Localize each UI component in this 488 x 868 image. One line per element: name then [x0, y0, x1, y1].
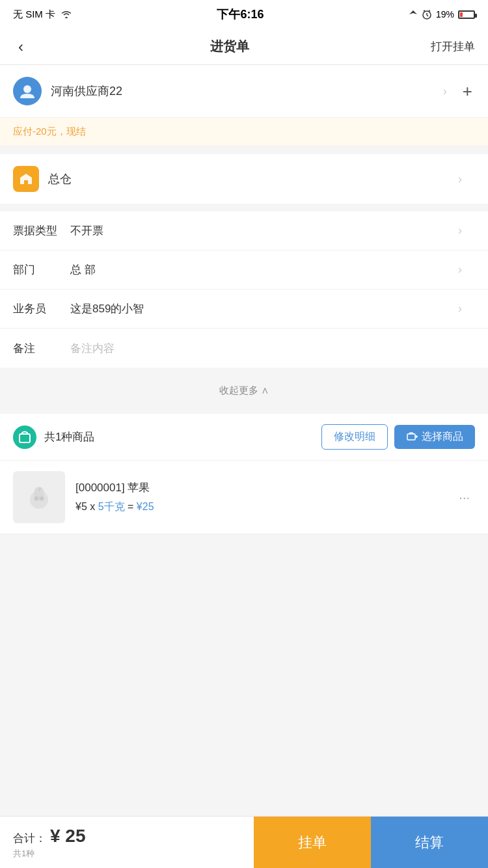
product-thumbnail: [13, 471, 65, 523]
warehouse-name: 总仓: [48, 171, 458, 187]
status-time: 下午6:16: [217, 7, 264, 22]
dept-chevron-icon: ›: [458, 263, 462, 277]
product-qty: 5千克: [98, 501, 125, 512]
dept-value: 总 部: [65, 262, 458, 277]
sales-value: 这是859的小智: [65, 301, 458, 316]
supplier-chevron-icon: ›: [443, 85, 447, 98]
svg-line-3: [424, 10, 425, 11]
products-count: 共1种商品: [44, 429, 321, 444]
open-hang-button[interactable]: 打开挂单: [431, 39, 475, 54]
content: 河南供应商22 › + 应付-20元，现结 总仓 › 票据类型 不开票 › 部门…: [0, 65, 488, 586]
nav-bar: ‹ 进货单 打开挂单: [0, 29, 488, 65]
invoice-value: 不开票: [65, 223, 458, 238]
collapse-label[interactable]: 收起更多 ∧: [219, 385, 269, 397]
warehouse-icon: [13, 166, 39, 192]
svg-line-4: [429, 10, 430, 11]
product-code: [0000001]: [75, 481, 125, 494]
hang-button[interactable]: 挂单: [254, 817, 371, 869]
svg-point-5: [23, 85, 31, 93]
product-name: [0000001] 苹果: [75, 480, 454, 495]
warehouse-chevron-icon: ›: [458, 172, 462, 186]
supplier-row[interactable]: 河南供应商22 › +: [0, 65, 488, 118]
remark-row[interactable]: 备注 备注内容: [0, 329, 488, 368]
collapse-row[interactable]: 收起更多 ∧: [0, 375, 488, 406]
dept-label: 部门: [13, 262, 65, 277]
svg-rect-8: [407, 434, 415, 440]
product-display-name: 苹果: [128, 481, 150, 494]
supplier-avatar: [13, 77, 42, 105]
svg-rect-7: [20, 434, 30, 442]
payment-notice: 应付-20元，现结: [0, 118, 488, 146]
warehouse-row[interactable]: 总仓 ›: [0, 154, 488, 204]
total-label-text: 合计：: [13, 831, 46, 846]
status-right: 19%: [409, 9, 475, 20]
back-button[interactable]: ‹: [13, 33, 29, 61]
supplier-name: 河南供应商22: [51, 83, 443, 99]
product-more-button[interactable]: ···: [454, 485, 475, 510]
remark-input[interactable]: 备注内容: [65, 341, 475, 356]
alarm-icon: [422, 9, 432, 20]
sales-row[interactable]: 业务员 这是859的小智 ›: [0, 290, 488, 329]
sales-label: 业务员: [13, 301, 65, 316]
battery-icon: [458, 10, 475, 19]
product-total: ¥25: [137, 501, 154, 512]
footer: 合计： ¥ 25 共1种 挂单 结算: [0, 816, 488, 868]
svg-line-2: [427, 15, 428, 16]
svg-point-16: [35, 497, 38, 500]
form-card: 票据类型 不开票 › 部门 总 部 › 业务员 这是859的小智 › 备注 备注…: [0, 211, 488, 368]
select-product-button[interactable]: 选择商品: [394, 425, 475, 449]
sales-chevron-icon: ›: [458, 302, 462, 316]
product-item: [0000001] 苹果 ¥5 x 5千克 = ¥25 ···: [0, 461, 488, 534]
product-unit-price: ¥5: [75, 501, 87, 512]
products-header: 共1种商品 修改明细 选择商品: [0, 414, 488, 461]
status-bar: 无 SIM 卡 下午6:16 19%: [0, 0, 488, 29]
dept-row[interactable]: 部门 总 部 ›: [0, 251, 488, 290]
invoice-row[interactable]: 票据类型 不开票 ›: [0, 211, 488, 251]
products-icon: [13, 426, 36, 449]
select-product-label: 选择商品: [422, 430, 463, 444]
add-button[interactable]: +: [460, 81, 475, 102]
checkout-button[interactable]: 结算: [371, 817, 488, 869]
invoice-label: 票据类型: [13, 223, 65, 238]
product-price: ¥5 x 5千克 = ¥25: [75, 500, 454, 514]
svg-rect-6: [24, 180, 28, 184]
footer-total-label: 合计： ¥ 25: [13, 826, 241, 847]
edit-detail-button[interactable]: 修改明细: [321, 424, 388, 450]
svg-point-17: [40, 497, 43, 500]
total-count: 共1种: [13, 848, 241, 860]
remark-label: 备注: [13, 341, 65, 356]
supplier-card: 河南供应商22 › + 应付-20元，现结: [0, 65, 488, 146]
location-icon: [409, 10, 418, 19]
product-info: [0000001] 苹果 ¥5 x 5千克 = ¥25: [75, 480, 454, 514]
total-amount: ¥ 25: [50, 826, 86, 847]
carrier-text: 无 SIM 卡: [13, 8, 55, 21]
footer-total: 合计： ¥ 25 共1种: [0, 826, 254, 860]
invoice-chevron-icon: ›: [458, 224, 462, 237]
page-title: 进货单: [210, 38, 249, 55]
battery-text: 19%: [436, 9, 454, 20]
cart-icon: [406, 431, 418, 443]
wifi-icon: [61, 10, 72, 19]
status-carrier: 无 SIM 卡: [13, 8, 72, 21]
